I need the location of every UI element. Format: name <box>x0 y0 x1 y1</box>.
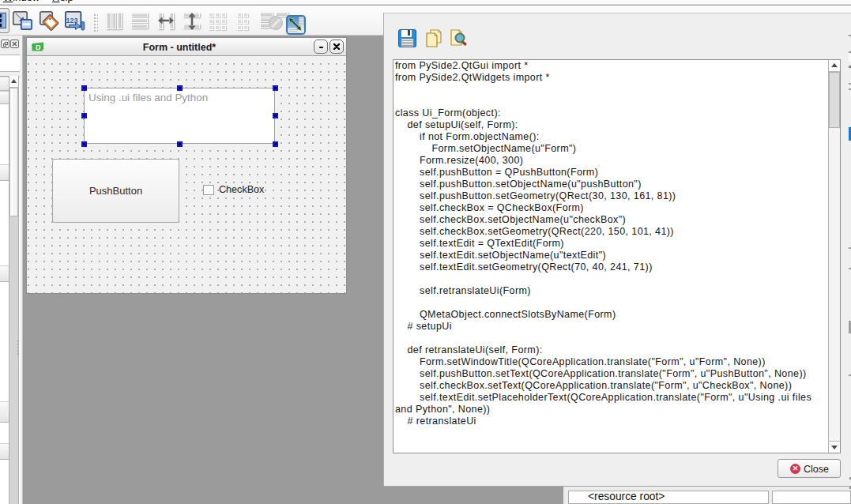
svg-text:D: D <box>36 43 41 51</box>
